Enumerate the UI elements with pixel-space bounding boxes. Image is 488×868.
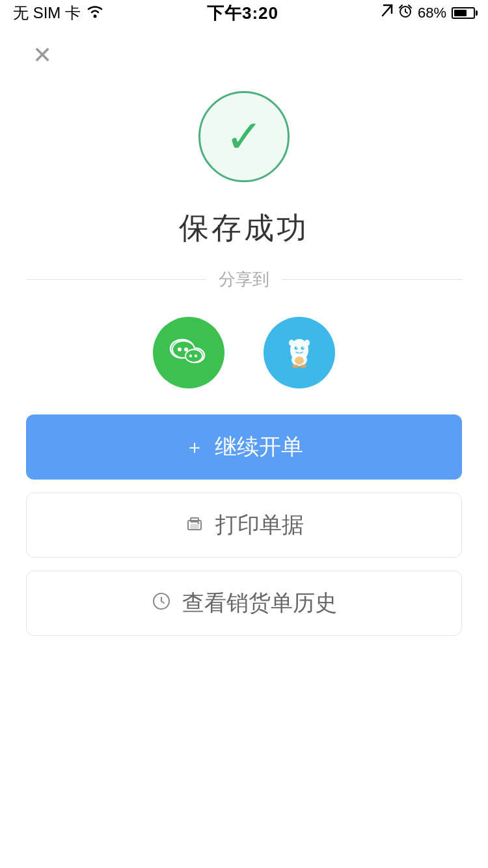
- history-label: 查看销货单历史: [182, 588, 337, 618]
- divider-right: [282, 279, 462, 280]
- alarm-icon: [398, 4, 413, 22]
- svg-point-17: [296, 347, 297, 348]
- battery-percentage: 68%: [418, 5, 446, 21]
- close-icon: ✕: [33, 42, 52, 69]
- carrier-text: 无 SIM 卡: [13, 3, 81, 23]
- svg-point-24: [305, 340, 310, 346]
- svg-point-10: [184, 347, 188, 351]
- share-icons-container: [153, 317, 335, 388]
- svg-point-21: [292, 365, 299, 368]
- share-divider: 分享到: [26, 268, 462, 291]
- share-label: 分享到: [219, 268, 269, 291]
- divider-left: [26, 279, 206, 280]
- svg-point-12: [189, 355, 192, 357]
- status-time: 下午3:20: [207, 2, 278, 25]
- svg-point-15: [295, 347, 298, 350]
- svg-point-18: [303, 347, 304, 348]
- qq-share-button[interactable]: [264, 317, 335, 388]
- share-section: 分享到: [26, 268, 462, 388]
- svg-rect-27: [191, 524, 198, 528]
- qq-icon: [280, 334, 318, 372]
- history-button[interactable]: 查看销货单历史: [26, 571, 462, 636]
- wifi-icon: [86, 4, 104, 22]
- svg-point-11: [185, 349, 202, 362]
- success-section: ✓ 保存成功: [179, 91, 309, 249]
- continue-label: 继续开单: [215, 432, 303, 462]
- svg-point-13: [195, 355, 197, 357]
- print-button[interactable]: 打印单据: [26, 493, 462, 558]
- svg-point-20: [295, 357, 304, 364]
- status-bar: 无 SIM 卡 下午3:20 68: [0, 0, 488, 26]
- svg-point-0: [94, 15, 97, 18]
- location-icon: [381, 4, 393, 22]
- print-icon: [184, 513, 205, 538]
- wechat-share-button[interactable]: [153, 317, 224, 388]
- status-right: 68%: [381, 4, 475, 22]
- wechat-icon: [168, 332, 210, 373]
- svg-point-28: [198, 522, 200, 524]
- svg-point-16: [301, 347, 305, 350]
- action-buttons: ＋ 继续开单 打印单据 查看销货单历史: [26, 414, 462, 636]
- svg-point-23: [289, 340, 294, 346]
- plus-icon: ＋: [185, 434, 204, 461]
- success-circle: ✓: [198, 91, 290, 182]
- checkmark-icon: ✓: [225, 114, 264, 159]
- status-left: 无 SIM 卡: [13, 3, 104, 23]
- continue-button[interactable]: ＋ 继续开单: [26, 414, 462, 480]
- svg-point-22: [300, 365, 306, 368]
- battery-icon: [452, 7, 475, 19]
- history-icon: [151, 591, 172, 616]
- main-content: ✕ ✓ 保存成功 分享到: [0, 26, 488, 868]
- print-label: 打印单据: [215, 510, 304, 540]
- close-button[interactable]: ✕: [26, 39, 59, 72]
- svg-point-9: [178, 347, 182, 351]
- success-title: 保存成功: [179, 208, 309, 249]
